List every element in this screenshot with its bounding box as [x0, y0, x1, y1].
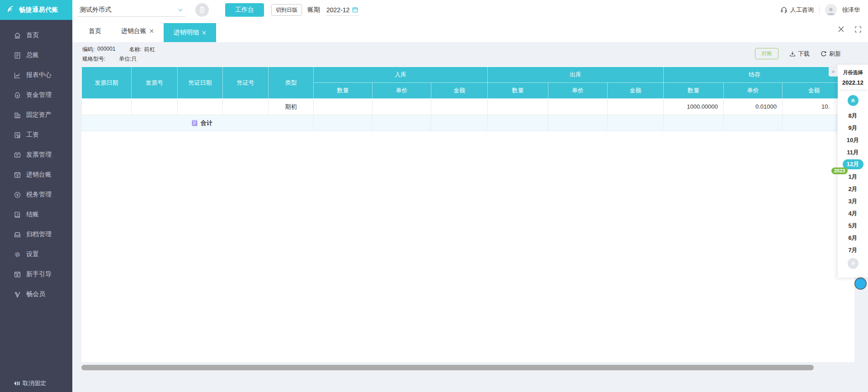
- cell-empty: [431, 99, 488, 115]
- sidebar-item-closing[interactable]: 结账: [0, 205, 72, 225]
- sidebar-item-tax[interactable]: 税务管理: [0, 185, 72, 205]
- month-item[interactable]: 2月: [838, 183, 868, 195]
- scroll-months-up-button[interactable]: [848, 95, 859, 106]
- year-badge: 2023: [831, 167, 848, 174]
- fullscreen-icon[interactable]: [855, 26, 862, 33]
- sidebar-item-settings[interactable]: 设置: [0, 244, 72, 264]
- close-tab-icon[interactable]: [202, 31, 206, 35]
- month-item[interactable]: 8月: [838, 110, 868, 122]
- period-label: 账期: [307, 6, 320, 14]
- month-item[interactable]: 9月: [838, 122, 868, 134]
- table-row[interactable]: 期初 1000.00000 0.01000 10.: [82, 99, 846, 115]
- sidebar-item-salary[interactable]: 工资: [0, 125, 72, 145]
- headset-icon: [780, 6, 788, 14]
- sidebar-item-label: 税务管理: [26, 191, 52, 199]
- sidebar-item-member[interactable]: 畅会员: [0, 284, 72, 304]
- item-info-line2: 规格型号: 单位:只: [82, 55, 137, 63]
- col-invoice-date[interactable]: 发票日期: [82, 67, 132, 99]
- reconcile-button[interactable]: 对账: [755, 48, 778, 59]
- app-window: 畅捷通易代账 首页 总账 报表中心 资金管理 固定资产: [0, 0, 868, 392]
- cell-empty: [608, 99, 664, 115]
- col-out-qty[interactable]: 数量: [488, 83, 548, 99]
- username[interactable]: 徐泽华: [842, 6, 860, 14]
- sidebar-item-label: 报表中心: [26, 71, 52, 79]
- cell-balance-amount: 10.: [783, 99, 846, 115]
- switch-old-version-button[interactable]: 切到日版: [271, 4, 302, 16]
- table-actions: 对账 下载 刷新: [755, 48, 841, 59]
- sidebar-item-archive[interactable]: 归档管理: [0, 225, 72, 244]
- col-bal-price[interactable]: 单价: [724, 83, 783, 99]
- tax-icon: [14, 191, 21, 199]
- name-label: 名称:: [129, 46, 141, 53]
- closing-icon: [14, 211, 21, 219]
- col-out-price[interactable]: 单价: [548, 83, 608, 99]
- col-invoice-no[interactable]: 发票号: [132, 67, 178, 99]
- group-outbound: 出库: [488, 67, 664, 83]
- cell-balance-qty: 1000.00000: [664, 99, 724, 115]
- sidebar-item-report-center[interactable]: 报表中心: [0, 65, 72, 85]
- tab-inout-ledger[interactable]: 进销台账: [111, 20, 164, 42]
- tab-home[interactable]: 首页: [79, 20, 111, 42]
- sidebar-item-inout-ledger[interactable]: 进销台账: [0, 165, 72, 185]
- month-item[interactable]: 7月: [838, 244, 868, 256]
- unpin-sidebar-button[interactable]: 取消固定: [14, 379, 46, 387]
- col-type[interactable]: 类型: [269, 67, 314, 99]
- horizontal-scrollbar[interactable]: [81, 365, 814, 370]
- reconcile-label: 对账: [761, 50, 772, 57]
- accounting-period: 账期 2022-12: [307, 5, 359, 16]
- close-icon[interactable]: [838, 26, 845, 33]
- month-item[interactable]: 11月: [838, 146, 868, 158]
- divider: [819, 5, 820, 14]
- name-value: 前杠: [144, 46, 155, 53]
- refresh-button[interactable]: 刷新: [821, 50, 841, 58]
- cell-empty: [178, 99, 223, 115]
- assets-icon: [14, 111, 21, 119]
- cell-empty: [488, 115, 548, 131]
- detail-table-panel: 发票日期 发票号 凭证日期 凭证号 类型 入库 出库 结存 数量 单价 金额 数…: [81, 67, 854, 362]
- month-selector-panel: » 月份选择 2022.12 2023 8月 9月 10月 11月 12月 1月…: [838, 65, 868, 277]
- cell-empty: [223, 99, 269, 115]
- memo-icon[interactable]: [195, 3, 209, 17]
- total-row: 合计: [82, 115, 846, 131]
- col-bal-qty[interactable]: 数量: [664, 83, 724, 99]
- sidebar-item-fixed-assets[interactable]: 固定资产: [0, 105, 72, 125]
- group-balance: 结存: [664, 67, 846, 83]
- col-in-amount[interactable]: 金额: [431, 83, 488, 99]
- month-item[interactable]: 6月: [838, 232, 868, 244]
- col-voucher-no[interactable]: 凭证号: [223, 67, 269, 99]
- vertical-scroll-handle[interactable]: [854, 277, 867, 290]
- sidebar-item-guide[interactable]: 新手引导: [0, 264, 72, 284]
- workbench-button[interactable]: 工作台: [225, 3, 264, 17]
- app-logo[interactable]: 畅捷通易代账: [0, 0, 72, 20]
- month-item[interactable]: 3月: [838, 195, 868, 207]
- invoice-icon: [14, 151, 21, 159]
- sidebar-item-general-ledger[interactable]: 总账: [0, 45, 72, 65]
- sidebar-item-label: 进销台账: [26, 171, 52, 179]
- tab-label: 首页: [89, 27, 101, 35]
- support-link[interactable]: 人工咨询: [780, 6, 814, 14]
- month-item[interactable]: 4月: [838, 207, 868, 220]
- close-tab-icon[interactable]: [150, 29, 154, 33]
- sidebar-item-home[interactable]: 首页: [0, 25, 72, 45]
- col-in-price[interactable]: 单价: [373, 83, 431, 99]
- col-voucher-date[interactable]: 凭证日期: [178, 67, 223, 99]
- avatar[interactable]: [825, 4, 837, 16]
- sidebar-item-funds[interactable]: 资金管理: [0, 85, 72, 105]
- cell-empty: [724, 115, 783, 131]
- collapse-panel-icon[interactable]: »: [829, 66, 838, 76]
- col-in-qty[interactable]: 数量: [314, 83, 373, 99]
- period-picker[interactable]: 2022-12: [326, 5, 359, 16]
- sidebar-item-label: 归档管理: [26, 230, 52, 239]
- col-bal-amount[interactable]: 金额: [783, 83, 846, 99]
- scroll-months-down-button[interactable]: [848, 258, 859, 269]
- download-button[interactable]: 下载: [789, 50, 810, 58]
- month-item[interactable]: 10月: [838, 134, 868, 146]
- month-item[interactable]: 5月: [838, 220, 868, 232]
- col-out-amount[interactable]: 金额: [608, 83, 664, 99]
- chevron-down-icon: [177, 7, 184, 13]
- tab-inout-detail[interactable]: 进销明细: [164, 23, 216, 42]
- sidebar-item-invoice[interactable]: 发票管理: [0, 145, 72, 165]
- collapse-left-icon: [14, 381, 20, 386]
- account-set-select[interactable]: 测试外币式: [78, 3, 185, 17]
- tab-label: 进销明细: [174, 29, 199, 37]
